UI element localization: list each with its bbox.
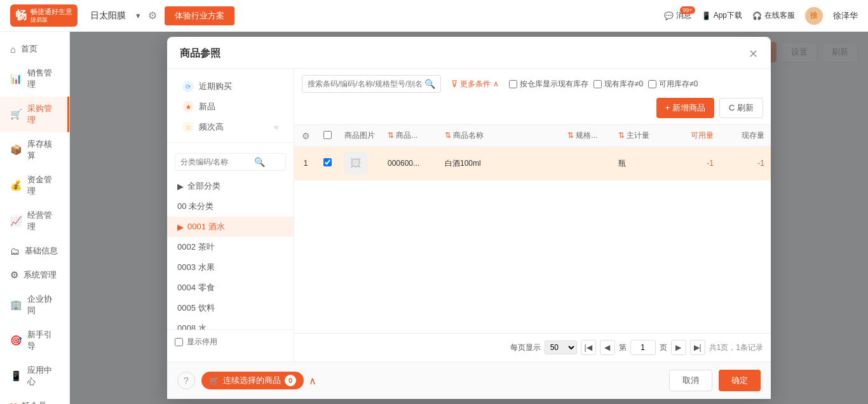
sidebar-item-label: 新手引导 — [27, 329, 59, 352]
page-number-input[interactable] — [630, 340, 656, 355]
cart-label: 连续选择的商品 — [223, 375, 281, 386]
table-cell-check — [317, 147, 338, 180]
enterprise-icon: 🏢 — [10, 299, 22, 311]
collapse-icon[interactable]: « — [274, 123, 278, 131]
finance-icon: 💰 — [10, 180, 22, 191]
page-size-select[interactable]: 10 20 50 100 — [545, 340, 577, 354]
cat-item-0004[interactable]: 0004 零食 — [167, 278, 294, 298]
filter-warehouse-checkbox[interactable] — [509, 80, 517, 88]
table-row[interactable]: 1 🖼 000600... 白酒100ml — [294, 147, 771, 180]
table-header-stock: 现存量 — [720, 125, 771, 147]
logo-text: 畅捷通好生意 — [31, 7, 72, 16]
filter-avail-nonzero-label: 可用库存≠0 — [648, 79, 698, 90]
app-download-item[interactable]: 📱 App下载 — [702, 10, 742, 21]
sort-icon: ⇅ — [388, 131, 394, 140]
logo[interactable]: 畅 畅捷通好生意 捷易版 — [10, 4, 78, 27]
sidebar-item-inventory[interactable]: 📦 库存核算 — [0, 132, 69, 168]
sidebar-item-purchase[interactable]: 🛒 采购管理 — [0, 97, 69, 132]
cat-item-label: 00 未分类 — [177, 201, 214, 212]
quick-recent[interactable]: ⟳ 近期购买 — [175, 76, 286, 97]
trial-button[interactable]: 体验行业方案 — [165, 6, 234, 25]
category-search-input[interactable] — [180, 158, 250, 166]
product-panel: 🔍 ⊽ 更多条件 ∧ 按仓库显示现有库存 — [294, 69, 771, 361]
display-disabled-label: 显示停用 — [187, 337, 217, 347]
sidebar-item-label: 采购管理 — [27, 103, 57, 126]
sidebar: ⌂ 首页 📊 销售管理 🛒 采购管理 📦 库存核算 💰 资金管理 📈 经营管理 … — [0, 32, 70, 404]
apps-icon: 📱 — [10, 370, 22, 382]
filter-nonzero-checkbox[interactable] — [593, 80, 602, 88]
cat-item-00[interactable]: 00 未分类 — [167, 196, 294, 217]
sidebar-item-finance[interactable]: 💰 资金管理 — [0, 168, 69, 203]
cat-item-label: 0005 饮料 — [177, 302, 215, 314]
sidebar-item-sales[interactable]: 📊 销售管理 — [0, 61, 69, 97]
new-icon: ★ — [182, 101, 194, 112]
last-page-button[interactable]: ▶| — [690, 340, 705, 355]
add-product-button[interactable]: + 新增商品 — [656, 98, 714, 118]
quick-new[interactable]: ★ 新品 — [175, 97, 286, 117]
filter-warehouse-text: 按仓库显示现有库存 — [520, 79, 588, 90]
next-page-button[interactable]: ▶ — [671, 340, 686, 355]
product-search-icon[interactable]: 🔍 — [424, 79, 435, 89]
table-cell-unit: 瓶 — [612, 147, 663, 180]
settings-icon[interactable]: ⚙ — [148, 10, 157, 22]
row-checkbox[interactable] — [323, 158, 332, 166]
cat-item-0002[interactable]: 0002 茶叶 — [167, 237, 294, 257]
brand-dropdown[interactable]: ▾ — [136, 11, 140, 20]
cat-item-0003[interactable]: 0003 水果 — [167, 257, 294, 278]
topbar-right: 💬 消息 99+ 📱 App下载 🎧 在线客服 徐 徐泽华 — [664, 7, 858, 25]
sidebar-item-label: 首页 — [21, 43, 37, 55]
quick-recent-label: 近期购买 — [199, 81, 232, 92]
table-gear-button[interactable]: ⚙ — [302, 131, 310, 141]
confirm-button[interactable]: 确定 — [719, 370, 761, 391]
sidebar-item-business[interactable]: 📈 经营管理 — [0, 203, 69, 239]
cat-arrow-icon: ▶ — [177, 182, 184, 191]
app-label: App下载 — [714, 10, 742, 21]
prev-page-button[interactable]: ◀ — [600, 340, 615, 355]
table-select-all-checkbox[interactable] — [323, 131, 332, 139]
display-disabled-checkbox[interactable] — [175, 338, 183, 346]
product-search-input[interactable] — [308, 79, 422, 88]
sort-icon: ⇅ — [445, 131, 451, 140]
sidebar-item-guide[interactable]: 🎯 新手引导 — [0, 323, 69, 358]
filter-avail-nonzero-checkbox[interactable] — [648, 80, 656, 88]
table-cell-avail: -1 — [663, 147, 720, 180]
help-button[interactable]: ? — [177, 372, 195, 389]
refresh-button[interactable]: C 刷新 — [719, 98, 763, 118]
app-icon: 📱 — [702, 11, 711, 20]
category-search-icon[interactable]: 🔍 — [254, 157, 265, 167]
table-header-avail-label: 可用量 — [691, 131, 714, 140]
category-search[interactable]: 🔍 — [175, 153, 286, 171]
cart-button[interactable]: 🛒 连续选择的商品 0 — [201, 372, 304, 389]
cat-item-label: 0001 酒水 — [187, 221, 225, 232]
sidebar-item-home[interactable]: ⌂ 首页 — [0, 37, 69, 61]
sidebar-item-enterprise[interactable]: 🏢 企业协同 — [0, 287, 69, 323]
nav-brand: 日太阳膜 — [90, 10, 126, 22]
service-label: 在线客服 — [764, 10, 795, 21]
cat-item-0005[interactable]: 0005 饮料 — [167, 298, 294, 318]
sidebar-item-vip[interactable]: V 畅会员 — [0, 394, 69, 404]
modal-close-button[interactable]: ✕ — [749, 48, 758, 60]
customer-service-item[interactable]: 🎧 在线客服 — [752, 10, 795, 21]
sidebar-item-apps[interactable]: 📱 应用中心 — [0, 358, 69, 394]
footer-collapse-icon[interactable]: ∧ — [309, 375, 316, 387]
cat-item-label: 0004 零食 — [177, 282, 215, 293]
quick-freq[interactable]: ☆ 频次高 « — [175, 117, 286, 137]
cat-item-0008[interactable]: 0008 水 — [167, 318, 294, 330]
cat-item-all[interactable]: ▶ 全部分类 — [167, 176, 294, 196]
product-search-box[interactable]: 🔍 — [302, 75, 441, 93]
first-page-button[interactable]: |◀ — [581, 340, 596, 355]
table-header-unit: ⇅ 主计量 — [612, 125, 663, 147]
table-header-img: 商品图片 — [338, 125, 381, 147]
sidebar-item-base[interactable]: 🗂 基础信息 — [0, 239, 69, 263]
table-cell-img: 🖼 — [338, 147, 381, 180]
modal-header: 商品参照 ✕ — [167, 37, 771, 69]
messages-icon-item[interactable]: 💬 消息 99+ — [664, 10, 691, 21]
username-label: 徐泽华 — [833, 10, 858, 22]
cancel-button[interactable]: 取消 — [669, 370, 712, 391]
sidebar-item-label: 应用中心 — [27, 365, 59, 387]
more-conditions-button[interactable]: ⊽ 更多条件 ∧ — [446, 76, 504, 92]
cat-item-0001[interactable]: ▶ 0001 酒水 — [167, 217, 294, 237]
table-cell-spec — [561, 147, 612, 180]
sidebar-item-system[interactable]: ⚙ 系统管理 — [0, 263, 69, 287]
category-panel: ⟳ 近期购买 ★ 新品 ☆ 频次高 « — [167, 69, 294, 361]
